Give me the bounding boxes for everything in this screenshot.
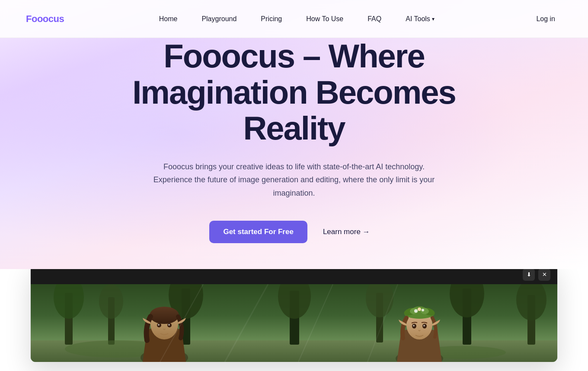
svg-point-24 <box>168 324 170 326</box>
svg-point-39 <box>423 325 425 327</box>
hero-buttons: Get started For Free Learn more → <box>209 221 378 243</box>
hero-section: Fooocus – Where Imagination Becomes Real… <box>0 0 588 269</box>
logo[interactable]: Fooocus <box>26 13 64 25</box>
browser-window: ⬇ ✕ <box>30 265 558 362</box>
svg-point-35 <box>418 308 421 311</box>
chevron-down-icon: ▾ <box>432 16 435 22</box>
svg-point-38 <box>413 325 415 327</box>
nav-item-pricing[interactable]: Pricing <box>249 12 294 26</box>
preview-image-area <box>31 284 557 362</box>
preview-section: ⬇ ✕ <box>0 265 588 362</box>
close-button[interactable]: ✕ <box>538 269 550 281</box>
svg-point-20 <box>150 307 179 324</box>
svg-point-34 <box>422 309 424 311</box>
svg-point-23 <box>158 324 160 326</box>
svg-point-33 <box>414 309 418 313</box>
close-icon: ✕ <box>542 271 547 278</box>
learn-more-button[interactable]: Learn more → <box>314 221 379 243</box>
hero-title: Fooocus – Where Imagination Becomes Real… <box>99 38 489 146</box>
fantasy-scene-svg <box>31 284 557 362</box>
svg-point-5 <box>99 284 123 319</box>
download-icon: ⬇ <box>527 271 531 278</box>
nav-item-faq[interactable]: FAQ <box>355 12 393 26</box>
login-button[interactable]: Log in <box>529 12 562 26</box>
main-nav: Home Playground Pricing How To Use FAQ A… <box>147 12 447 26</box>
nav-item-home[interactable]: Home <box>147 12 190 26</box>
nav-item-ai-tools[interactable]: AI Tools ▾ <box>393 12 447 26</box>
header: Fooocus Home Playground Pricing How To U… <box>0 0 588 38</box>
download-button[interactable]: ⬇ <box>523 269 535 281</box>
ai-tools-label: AI Tools <box>406 15 430 23</box>
nav-item-how-to-use[interactable]: How To Use <box>294 12 355 26</box>
hero-subtitle: Fooocus brings your creative ideas to li… <box>151 160 437 200</box>
get-started-button[interactable]: Get started For Free <box>209 221 307 243</box>
nav-item-playground[interactable]: Playground <box>189 12 249 26</box>
